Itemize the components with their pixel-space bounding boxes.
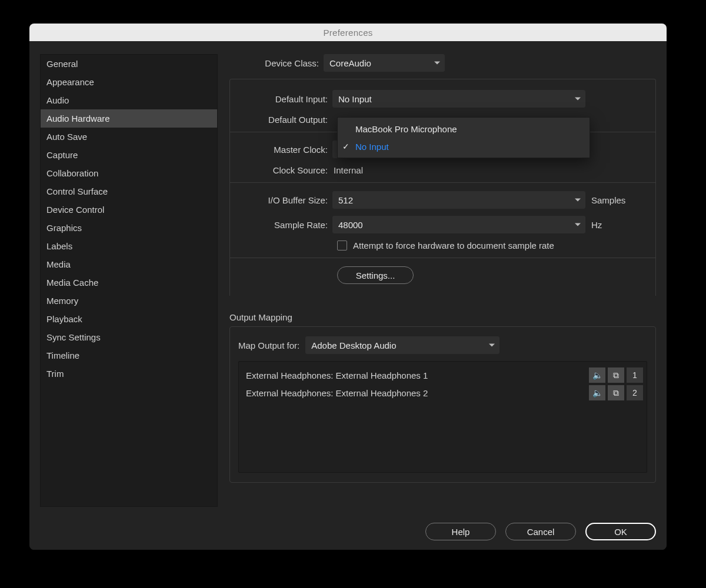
sidebar-item-media-cache[interactable]: Media Cache	[41, 273, 217, 292]
mapping-row: External Headphones: External Headphones…	[242, 366, 643, 384]
sidebar-item-device-control[interactable]: Device Control	[41, 201, 217, 219]
sidebar-item-memory[interactable]: Memory	[41, 292, 217, 310]
speaker-icon[interactable]: 🔈	[589, 385, 605, 400]
force-sample-rate-checkbox[interactable]	[337, 240, 347, 250]
map-output-label: Map Output for:	[238, 340, 305, 350]
sidebar-item-graphics[interactable]: Graphics	[41, 219, 217, 237]
sidebar-item-audio-hardware[interactable]: Audio Hardware	[41, 109, 217, 128]
io-buffer-label: I/O Buffer Size:	[238, 195, 332, 205]
sidebar-item-general[interactable]: General	[41, 55, 217, 73]
sidebar-item-auto-save[interactable]: Auto Save	[41, 128, 217, 146]
sidebar-item-control-surface[interactable]: Control Surface	[41, 182, 217, 201]
mapping-row: External Headphones: External Headphones…	[242, 384, 643, 402]
default-input-label: Default Input:	[238, 94, 332, 104]
titlebar: Preferences	[29, 24, 667, 41]
output-mapping-list: External Headphones: External Headphones…	[238, 361, 647, 473]
settings-button[interactable]: Settings...	[337, 266, 414, 284]
main-panel: Device Class: CoreAudio Default Input: N…	[229, 54, 656, 514]
sidebar-item-capture[interactable]: Capture	[41, 146, 217, 164]
clock-source-label: Clock Source:	[238, 165, 332, 175]
sidebar-item-timeline[interactable]: Timeline	[41, 346, 217, 365]
map-output-select[interactable]: Adobe Desktop Audio	[305, 336, 499, 354]
channel-number[interactable]: 2	[627, 385, 643, 400]
input-menu-item[interactable]: MacBook Pro Microphone	[338, 120, 590, 138]
default-output-label: Default Output:	[238, 115, 332, 125]
preferences-dialog: Preferences GeneralAppearanceAudioAudio …	[29, 24, 667, 550]
sample-rate-label: Sample Rate:	[238, 220, 332, 230]
link-icon[interactable]: ⧉	[608, 368, 624, 383]
chevron-down-icon	[489, 344, 495, 347]
device-class-select[interactable]: CoreAudio	[324, 54, 445, 72]
sidebar-item-trim[interactable]: Trim	[41, 365, 217, 383]
window-title: Preferences	[323, 28, 372, 38]
input-menu-item[interactable]: ✓No Input	[338, 138, 590, 155]
mapping-row-label: External Headphones: External Headphones…	[242, 388, 587, 398]
sample-rate-select[interactable]: 48000	[332, 216, 585, 233]
sidebar-item-media[interactable]: Media	[41, 255, 217, 273]
device-class-label: Device Class:	[229, 58, 324, 68]
channel-number[interactable]: 1	[627, 368, 643, 383]
dialog-footer: Help Cancel OK	[29, 523, 656, 540]
ok-button[interactable]: OK	[585, 523, 656, 540]
chevron-down-icon	[575, 98, 581, 101]
default-input-select[interactable]: No Input	[332, 90, 585, 108]
sidebar-item-appearance[interactable]: Appearance	[41, 73, 217, 91]
chevron-down-icon	[434, 62, 440, 65]
cancel-button[interactable]: Cancel	[505, 523, 576, 540]
mapping-row-label: External Headphones: External Headphones…	[242, 370, 587, 380]
samples-unit: Samples	[591, 195, 625, 205]
sidebar-item-playback[interactable]: Playback	[41, 310, 217, 328]
speaker-icon[interactable]: 🔈	[589, 368, 605, 383]
chevron-down-icon	[575, 223, 581, 226]
force-sample-rate-label: Attempt to force hardware to document sa…	[352, 240, 554, 250]
help-button[interactable]: Help	[425, 523, 496, 540]
clock-source-value: Internal	[332, 165, 363, 175]
master-clock-label: Master Clock:	[238, 145, 332, 155]
link-icon[interactable]: ⧉	[608, 385, 624, 400]
output-mapping-legend: Output Mapping	[229, 312, 292, 322]
sidebar-item-sync-settings[interactable]: Sync Settings	[41, 328, 217, 346]
chevron-down-icon	[575, 199, 581, 202]
hz-unit: Hz	[591, 220, 602, 230]
sidebar-item-collaboration[interactable]: Collaboration	[41, 164, 217, 182]
io-buffer-select[interactable]: 512	[332, 191, 585, 209]
sidebar-item-labels[interactable]: Labels	[41, 237, 217, 255]
check-icon: ✓	[342, 142, 349, 151]
default-input-menu[interactable]: MacBook Pro Microphone✓No Input	[337, 117, 590, 158]
category-sidebar: GeneralAppearanceAudioAudio HardwareAuto…	[40, 54, 218, 507]
sidebar-item-audio[interactable]: Audio	[41, 91, 217, 109]
